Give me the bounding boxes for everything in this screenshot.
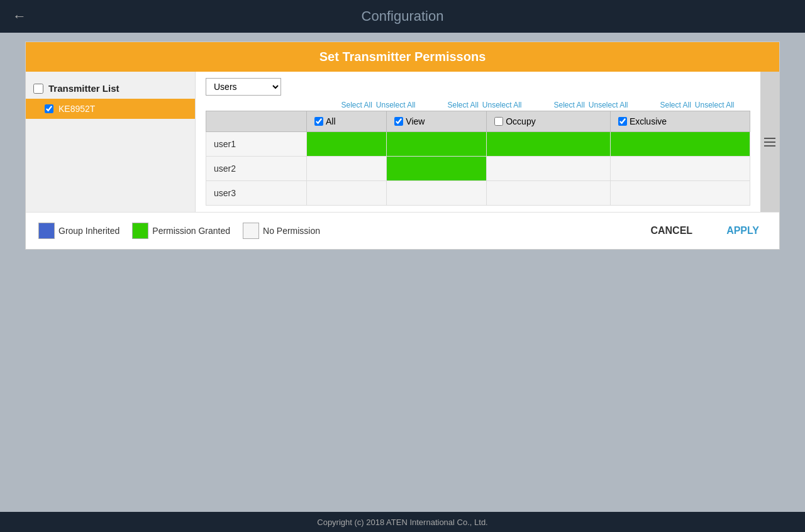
select-all-row: Select All Unselect All Select All Unsel… <box>206 101 750 109</box>
all-select-controls: Select All Unselect All <box>325 101 431 109</box>
table-row: user2 <box>206 157 750 181</box>
ke8952t-checkbox[interactable] <box>45 104 53 113</box>
apply-button[interactable]: APPLY <box>719 221 767 240</box>
ke8952t-label: KE8952T <box>58 104 95 114</box>
no-permission-swatch <box>243 223 259 239</box>
view-cell-user3[interactable] <box>387 181 487 206</box>
exclusive-cell-user2[interactable] <box>610 157 750 181</box>
exclusive-column-header: Exclusive <box>610 111 750 132</box>
occupy-cell-user1[interactable] <box>487 132 611 157</box>
sidebar: Transmitter List KE8952T <box>26 72 196 212</box>
group-inherited-label: Group Inherited <box>58 226 119 236</box>
exclusive-checkbox-label[interactable]: Exclusive <box>618 116 742 126</box>
dialog-header: Set Transmitter Permissons <box>26 42 779 72</box>
back-button[interactable]: ← <box>13 8 26 25</box>
all-checkbox-label[interactable]: All <box>314 116 379 126</box>
sidebar-item-ke8952t[interactable]: KE8952T <box>26 99 195 119</box>
view-unselect-all[interactable]: Unselect All <box>482 101 522 109</box>
occupy-cell-user3[interactable] <box>487 181 611 206</box>
all-cell-user3[interactable] <box>307 181 387 206</box>
transmitter-list-label: Transmitter List <box>48 83 119 94</box>
exclusive-select-controls: Select All Unselect All <box>644 101 750 109</box>
occupy-checkbox-label[interactable]: Occupy <box>494 116 602 126</box>
select-all-transmitters-checkbox[interactable] <box>33 84 43 94</box>
occupy-select-all[interactable]: Select All <box>553 101 584 109</box>
all-cell-user2[interactable] <box>307 157 387 181</box>
view-select-all[interactable]: Select All <box>447 101 478 109</box>
occupy-cell-user2[interactable] <box>487 157 611 181</box>
occupy-column-header: Occupy <box>487 111 611 132</box>
sidebar-header: Transmitter List <box>26 78 195 99</box>
exclusive-select-all[interactable]: Select All <box>660 101 691 109</box>
dialog: Set Transmitter Permissons Transmitter L… <box>25 42 780 250</box>
exclusive-unselect-all[interactable]: Unselect All <box>695 101 735 109</box>
permission-table-wrap: Select All Unselect All Select All Unsel… <box>206 101 750 206</box>
user-column-header <box>206 111 307 132</box>
nav-title: Configuration <box>362 8 444 25</box>
table-header-row: All View <box>206 111 750 132</box>
view-cell-user2[interactable] <box>387 157 487 181</box>
all-column-checkbox[interactable] <box>314 117 323 126</box>
all-select-all[interactable]: Select All <box>341 101 372 109</box>
legend-no-permission: No Permission <box>243 223 320 239</box>
view-select-controls: Select All Unselect All <box>431 101 538 109</box>
view-column-checkbox[interactable] <box>394 117 403 126</box>
cancel-button[interactable]: CANCEL <box>643 221 700 240</box>
permission-granted-swatch <box>132 223 148 239</box>
legend: Group Inherited Permission Granted No Pe… <box>38 223 320 239</box>
exclusive-column-checkbox[interactable] <box>618 117 627 126</box>
view-checkbox-label[interactable]: View <box>394 116 479 126</box>
user-cell-user3: user3 <box>206 181 307 206</box>
menu-icon[interactable] <box>760 72 779 212</box>
dialog-body: Transmitter List KE8952T Users Groups <box>26 72 779 212</box>
occupy-select-controls: Select All Unselect All <box>538 101 644 109</box>
no-permission-label: No Permission <box>263 226 320 236</box>
exclusive-cell-user3[interactable] <box>610 181 750 206</box>
exclusive-cell-user1[interactable] <box>610 132 750 157</box>
content-top: Users Groups <box>206 78 750 96</box>
occupy-unselect-all[interactable]: Unselect All <box>589 101 628 109</box>
permission-content: Users Groups Select All Unselect All <box>196 72 760 212</box>
legend-permission-granted: Permission Granted <box>132 223 230 239</box>
top-nav: ← Set Transmitter Permissons Configurati… <box>0 0 805 33</box>
view-column-header: View <box>387 111 487 132</box>
copyright-text: Copyright (c) 2018 ATEN International Co… <box>317 518 487 527</box>
user-cell-user2: user2 <box>206 157 307 181</box>
all-column-header: All <box>307 111 387 132</box>
footer-bar: Copyright (c) 2018 ATEN International Co… <box>0 512 805 532</box>
main-area: Set Transmitter Permissons Transmitter L… <box>0 33 805 512</box>
all-unselect-all[interactable]: Unselect All <box>376 101 416 109</box>
dialog-footer: Group Inherited Permission Granted No Pe… <box>26 212 779 249</box>
legend-group-inherited: Group Inherited <box>38 223 119 239</box>
view-cell-user1[interactable] <box>387 132 487 157</box>
all-cell-user1[interactable] <box>307 132 387 157</box>
occupy-column-checkbox[interactable] <box>494 117 503 126</box>
table-row: user3 <box>206 181 750 206</box>
table-row: user1 <box>206 132 750 157</box>
user-group-select[interactable]: Users Groups <box>206 78 281 96</box>
footer-buttons: CANCEL APPLY <box>643 221 767 240</box>
group-inherited-swatch <box>38 223 55 239</box>
permission-granted-label: Permission Granted <box>152 226 230 236</box>
permission-table: All View <box>206 111 750 206</box>
user-cell-user1: user1 <box>206 132 307 157</box>
